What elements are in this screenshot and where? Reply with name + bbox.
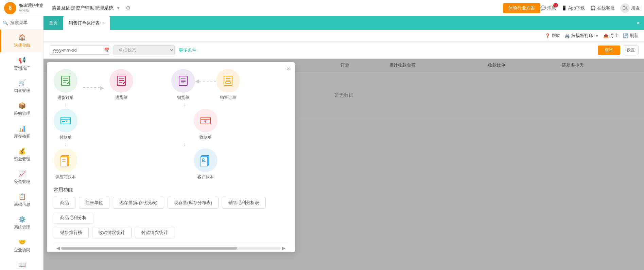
print-button[interactable]: 🖨️ 按模板打印 ▼ bbox=[564, 33, 599, 39]
node-payment[interactable]: ¥ 付款单 bbox=[54, 109, 77, 140]
scroll-right-icon[interactable]: ▶ bbox=[282, 246, 285, 251]
online-service-label: 在线客服 bbox=[597, 5, 615, 11]
sales-row: 销货单 ◀ bbox=[171, 69, 240, 101]
main-layout: 🔍 搜索菜单 🏠 快捷导航 📢 营销推广 🛒 销售管理 📦 采购管理 📊 bbox=[0, 16, 644, 270]
sidebar-item-label-quick-nav: 快捷导航 bbox=[14, 42, 30, 48]
supplier-ledger-label: 供应商账本 bbox=[55, 174, 76, 180]
logo-brand: 畅康通好生意 bbox=[19, 3, 43, 8]
sidebar-item-marketing[interactable]: 📢 营销推广 bbox=[0, 52, 43, 75]
arrow-down-receipt: ↓ bbox=[171, 140, 240, 148]
node-sales-order[interactable]: 销售订单 bbox=[216, 69, 240, 101]
refresh-label: 刷新 bbox=[630, 33, 639, 39]
func-btn-product[interactable]: 商品 bbox=[54, 197, 75, 209]
svg-rect-24 bbox=[224, 76, 232, 86]
sidebar-item-finance[interactable]: 💰 资金管理 bbox=[0, 143, 43, 166]
gear-icon[interactable]: ⚙ bbox=[126, 5, 130, 11]
sidebar-item-guide[interactable]: 📖 新手引导 bbox=[0, 257, 43, 270]
func-btn-stock-dist[interactable]: 现存量(库存分布表) bbox=[168, 197, 219, 209]
message-icon: 💬 bbox=[540, 5, 546, 11]
sidebar-item-label-inventory: 库存核算 bbox=[14, 133, 30, 139]
sidebar-item-system[interactable]: ⚙️ 系统管理 bbox=[0, 212, 43, 234]
sidebar-item-purchase[interactable]: 📦 采购管理 bbox=[0, 98, 43, 121]
status-filter-select[interactable]: 单据状态 bbox=[114, 45, 175, 55]
logo-text-group: 畅康通好生意 标准版 bbox=[19, 3, 43, 13]
h-arrow-2: ◀ bbox=[195, 78, 216, 92]
purchase-order-circle bbox=[54, 69, 77, 93]
sidebar-item-sales[interactable]: 🛒 销售管理 bbox=[0, 75, 43, 98]
node-receipt[interactable]: ¥ 收款单 bbox=[194, 109, 217, 140]
sales-order-label: 销售订单 bbox=[220, 95, 236, 101]
print-label: 按模板打印 bbox=[571, 33, 593, 39]
func-btn-receipt-stats[interactable]: 收款情况统计 bbox=[92, 227, 132, 238]
sidebar-item-label-purchase: 采购管理 bbox=[14, 111, 30, 116]
customer-ledger-label: 客户账本 bbox=[197, 174, 214, 180]
func-btn-sales-rank[interactable]: 销售排行榜 bbox=[54, 227, 89, 238]
search-icon: 🔍 bbox=[3, 20, 8, 25]
sidebar-item-label-operation: 经营管理 bbox=[14, 179, 30, 185]
system-dropdown-icon[interactable]: ▼ bbox=[116, 6, 120, 11]
settings-button[interactable]: 设置 bbox=[623, 46, 639, 55]
modal-close-button[interactable]: × bbox=[286, 66, 290, 73]
func-btn-partner[interactable]: 往来单位 bbox=[79, 197, 109, 209]
cooperation-icon: 🤝 bbox=[18, 238, 26, 246]
func-btn-sales-profit[interactable]: 销售毛利分析表 bbox=[222, 197, 266, 209]
scrollbar-row: ◀ ▶ bbox=[54, 244, 288, 252]
sidebar-item-label-sales: 销售管理 bbox=[14, 88, 30, 94]
export-button[interactable]: 📤 导出 bbox=[603, 33, 619, 39]
more-conditions-link[interactable]: 更多条件 bbox=[179, 47, 196, 53]
trial-button[interactable]: 体验行业方案 bbox=[503, 3, 540, 13]
app-download-item[interactable]: 📱 App下载 bbox=[561, 5, 585, 11]
payment-circle: ¥ bbox=[54, 109, 77, 132]
modal-overlay[interactable]: × bbox=[43, 59, 644, 270]
node-purchase-order[interactable]: 进货订单 bbox=[54, 69, 77, 101]
arrow-down-2: ↓ bbox=[64, 142, 67, 147]
func-btn-product-profit[interactable]: 商品毛利分析 bbox=[54, 212, 93, 223]
node-purchase-bill[interactable]: 进货单 bbox=[109, 69, 133, 101]
sales-order-circle bbox=[216, 69, 240, 93]
refresh-button[interactable]: 🔄 刷新 bbox=[623, 33, 639, 39]
func-btn-stock-status[interactable]: 现存量(库存状况表) bbox=[113, 197, 164, 209]
scroll-left-icon[interactable]: ◀ bbox=[56, 246, 60, 251]
refresh-icon: 🔄 bbox=[623, 33, 628, 38]
online-service-item[interactable]: 🎧 在线客服 bbox=[590, 5, 615, 11]
tab-home[interactable]: 首页 bbox=[43, 16, 63, 30]
sidebar-item-inventory[interactable]: 📊 库存核算 bbox=[0, 121, 43, 143]
flow-diagram: 进货订单 ↓ ¥ 付款单 bbox=[54, 69, 288, 180]
marketing-icon: 📢 bbox=[18, 56, 26, 64]
message-badge: 5 bbox=[553, 3, 558, 7]
svg-rect-27 bbox=[226, 82, 230, 84]
close-window-icon[interactable]: × bbox=[636, 20, 640, 27]
sidebar-item-quick-nav[interactable]: 🏠 快捷导航 bbox=[0, 30, 43, 52]
node-sales-bill[interactable]: 销货单 bbox=[171, 69, 195, 101]
sidebar-item-cooperation[interactable]: 🤝 企业协同 bbox=[0, 234, 43, 257]
svg-rect-7 bbox=[62, 121, 65, 122]
calendar-icon[interactable]: 📅 bbox=[104, 48, 109, 53]
purchase-bill-label: 进货单 bbox=[115, 95, 127, 101]
table-container: 品 商品 金额 预估毛利 预估毛利率 订金 累计收款金额 收款比例 还差多少天 bbox=[43, 59, 644, 270]
sidebar-item-basic-info[interactable]: 📋 基础信息 bbox=[0, 189, 43, 212]
func-btn-payment-stats[interactable]: 付款情况统计 bbox=[135, 227, 174, 238]
message-item[interactable]: 💬 消息 5 bbox=[540, 5, 556, 11]
quick-nav-icon: 🏠 bbox=[18, 34, 26, 41]
system-title: 装备及固定资产辅助管理系统 bbox=[52, 5, 114, 11]
svg-text:¥: ¥ bbox=[204, 119, 207, 123]
system-name-area: 装备及固定资产辅助管理系统 ▼ ⚙ bbox=[52, 5, 499, 11]
sidebar-item-operation[interactable]: 📈 经营管理 bbox=[0, 166, 43, 189]
user-name: 用友 bbox=[631, 5, 640, 11]
node-supplier-ledger[interactable]: 供应商账本 bbox=[54, 148, 77, 180]
export-label: 导出 bbox=[610, 33, 619, 39]
node-customer-ledger[interactable]: 客户账本 bbox=[194, 148, 217, 180]
sidebar-item-label-system: 系统管理 bbox=[14, 224, 30, 230]
query-button[interactable]: 查询 bbox=[598, 46, 620, 55]
tab-home-label: 首页 bbox=[49, 20, 58, 26]
tab-close-icon[interactable]: × bbox=[102, 21, 105, 25]
sidebar-search[interactable]: 🔍 搜索菜单 bbox=[0, 16, 43, 30]
tab-sales-order[interactable]: 销售订单执行表 × bbox=[63, 16, 110, 30]
print-dropdown-icon: ▼ bbox=[595, 33, 599, 38]
help-button[interactable]: ❓ 帮助 bbox=[545, 33, 560, 39]
user-item[interactable]: Ea 用友 bbox=[620, 3, 640, 13]
middle-left-column: 进货单 bbox=[109, 69, 133, 101]
sidebar-item-label-basic-info: 基础信息 bbox=[14, 202, 30, 208]
scroll-track[interactable] bbox=[61, 247, 281, 250]
date-filter-input[interactable] bbox=[49, 46, 110, 55]
